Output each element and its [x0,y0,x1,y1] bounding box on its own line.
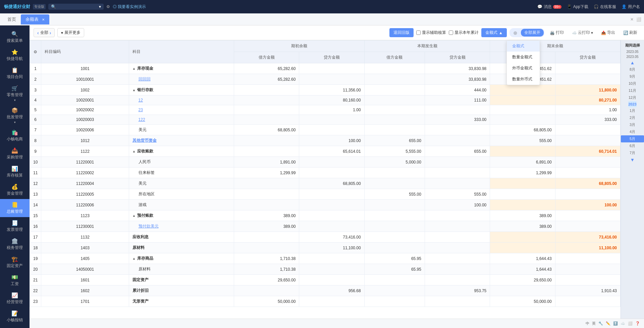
toggle-collapse[interactable]: ◎ [510,29,520,36]
expand-icon[interactable]: ▲ [132,257,137,260]
expand-btn[interactable]: ▾ 展开更多 [57,28,84,37]
month-4[interactable]: 4月 [621,128,644,135]
service-btn[interactable]: 🎧 在线客服 [594,4,616,10]
month-3[interactable]: 3月 [621,121,644,128]
search-box[interactable]: 🔍 ▾ [48,4,104,10]
month-10[interactable]: 10月 [621,80,644,87]
user-btn[interactable]: 👤 用户名 [622,4,640,10]
sidebar-label-invoice: 发票管理 [7,227,23,233]
cell-ob-debit [234,243,299,253]
cell-cp-debit [364,168,425,178]
month-12[interactable]: 12月 [621,94,644,101]
cell-code: 11220006 [41,200,129,210]
sidebar-item-retail[interactable]: 🛒 零售管理 ▾ [0,82,30,105]
sidebar-item-expense[interactable]: 📝 小畅报销 [0,308,30,326]
th-name: 科目 [129,41,234,63]
back-old-version-btn[interactable]: 退回旧版 [389,28,414,37]
messages-btn[interactable]: 💬 消息 99+ [537,4,561,10]
cell-cp-debit [364,85,425,95]
cell-ob-debit [234,189,299,200]
download-btn[interactable]: 📱 App下载 [567,4,588,10]
sidebar-item-project[interactable]: 📋 项目合同 [0,64,30,82]
month-8[interactable]: 8月 [621,66,644,73]
sidebar-item-assets[interactable]: 🏗️ 固定资产 [0,253,30,271]
expand-icon[interactable]: ▲ [132,149,137,153]
filter-btn[interactable]: ‹ 全部 › [34,28,55,37]
month-7[interactable]: 7月 [621,149,644,156]
settings-icon[interactable]: ⚙ [34,50,37,54]
cell-cl-credit [555,157,620,168]
month-6[interactable]: 6月 [621,142,644,149]
sidebar-item-invoice[interactable]: 🧾 发票管理 [0,217,30,235]
sidebar-item-funds[interactable]: 💰 资金管理 [0,181,30,199]
next-year-arrow[interactable]: ▼ [630,156,636,163]
expand-icon[interactable]: ▲ [132,214,137,217]
toggle-expand-all[interactable]: 全部展开 [521,29,544,37]
sidebar-label-retail: 零售管理 [7,92,23,98]
lang-zh-btn[interactable]: 中 [586,321,589,326]
tool6-btn[interactable]: ❓ [635,321,640,326]
sidebar-item-ecommerce[interactable]: 🛍️ 小畅电商 [0,127,30,145]
cell-rownum: 23 [30,296,41,307]
display-mode-btn[interactable]: 金额式 ▲ [481,28,507,37]
month-5[interactable]: 5月 [621,135,644,142]
lang-en-btn[interactable]: 英 [592,321,596,326]
search-input[interactable] [57,4,98,9]
month-2[interactable]: 2月 [621,114,644,121]
dropdown-item-qty-amount[interactable]: 数量金额式 [507,52,540,63]
expand-icon[interactable]: ▲ [132,88,137,92]
cell-name[interactable]: 23 [129,105,234,115]
print-btn[interactable]: 🖨️ 打印 [547,28,567,37]
sidebar-item-basic[interactable]: ℹ️ 基础信息 [0,326,30,328]
export-btn[interactable]: 📤 导出 [598,28,618,37]
cell-ob-debit: 1,891.00 [234,157,299,168]
tab-close-icon[interactable]: ✕ [42,18,45,21]
cell-ob-credit [299,200,364,210]
month-9[interactable]: 9月 [621,73,644,80]
sidebar-item-purchase[interactable]: 📥 采购管理 [0,145,30,163]
dropdown-item-amount[interactable]: 金额式 [507,41,540,52]
tool4-btn[interactable]: ☁️ [621,321,625,326]
tab-maximize-icon[interactable]: ⬜ [636,17,641,22]
month-11[interactable]: 11月 [621,87,644,94]
cloud-print-btn[interactable]: ☁️ 云打印 ▾ [569,28,596,37]
tab-home[interactable]: 首页 [3,14,21,24]
settings-icon[interactable]: ⚙ [106,4,110,9]
tab-minimize-icon[interactable]: ✕ [630,17,634,22]
th-settings[interactable]: ⚙ [30,41,41,63]
month-1[interactable]: 1月 [621,107,644,114]
dropdown-item-qty-foreign[interactable]: 数量外币式 [507,74,540,85]
sidebar-item-wholesale[interactable]: 📦 批发管理 ▾ [0,105,30,127]
cell-name[interactable]: 122 [129,115,234,125]
show-auxiliary-checkbox[interactable] [416,30,421,35]
sidebar-item-tax[interactable]: 🏛️ 税务管理 [0,235,30,253]
sidebar-item-nav[interactable]: ⭐ 快捷导航 [0,46,30,64]
cell-name[interactable]: 回回回 [129,74,234,85]
sidebar-item-search[interactable]: 🔍 搜索菜单 [0,28,30,46]
cell-cl-credit: 100.00 [555,200,620,210]
cell-ob-debit: 1,299.99 [234,168,299,178]
demo-link[interactable]: ◎ 我要看实例演示 [113,4,146,10]
sidebar-item-ledger[interactable]: 📒 总账管理 [0,199,30,217]
tool2-btn[interactable]: ✏️ [606,321,610,326]
tool1-btn[interactable]: 🔧 [598,321,603,326]
sidebar-item-inventory[interactable]: 📊 库存核算 [0,163,30,181]
year-2023[interactable]: 2023 [628,101,636,107]
sidebar-item-salary[interactable]: 💵 工资 [0,271,30,289]
tab-balance[interactable]: 余额表 ✕ [21,14,49,24]
cell-name[interactable]: 12 [129,95,234,105]
dropdown-item-foreign-amount[interactable]: 外币金额式 [507,63,540,74]
cell-name[interactable]: 预付款美元 [129,221,234,232]
expand-icon[interactable]: ▲ [132,67,137,70]
cloud-print-icon: ☁️ [572,30,577,35]
tool3-btn[interactable]: ⬆️ [613,321,618,326]
service-label: 在线客服 [600,4,616,10]
cell-cl-debit [490,85,555,95]
cell-name[interactable]: 其他货币资金 [129,135,234,146]
sidebar-item-operations[interactable]: 📈 经营管理 [0,289,30,308]
tool5-btn[interactable]: ⬜ [628,321,633,326]
refresh-btn[interactable]: 🔄 刷新 [621,28,640,37]
show-ytd-checkbox[interactable] [449,30,453,35]
sidebar-label-salary: 工资 [11,281,19,287]
prev-year-arrow[interactable]: ▲ [630,59,636,66]
